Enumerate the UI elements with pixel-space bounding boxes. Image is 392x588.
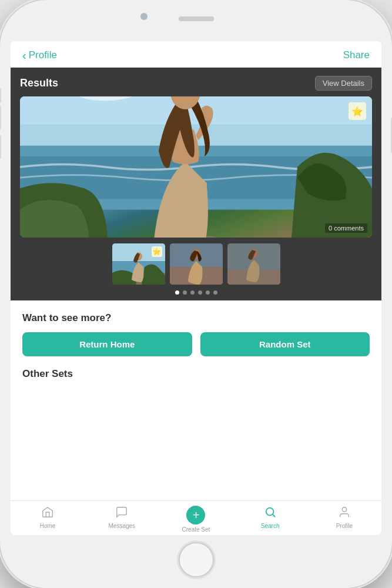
phone-frame: ‹ Profile Share Results View Details: [0, 0, 392, 588]
main-image-container[interactable]: ⭐ 0 comments: [20, 96, 372, 238]
bottom-section: Want to see more? Return Home Random Set…: [11, 300, 381, 500]
tab-messages[interactable]: Messages: [106, 506, 138, 533]
beach-scene-svg: [20, 96, 372, 238]
dot-1[interactable]: [175, 290, 179, 295]
thumb1-star: ⭐: [152, 246, 162, 257]
thumb3-svg: [227, 243, 280, 285]
tab-create-label: Create Set: [182, 526, 210, 533]
want-more-title: Want to see more?: [22, 312, 370, 324]
star-badge: ⭐: [349, 102, 366, 120]
back-button[interactable]: ‹ Profile: [22, 49, 57, 61]
phone-speaker: [179, 16, 214, 21]
back-label: Profile: [29, 49, 57, 61]
svg-point-16: [266, 508, 273, 516]
volume-down-button: [0, 135, 1, 159]
tab-search-label: Search: [261, 523, 280, 529]
main-image: [20, 96, 372, 238]
messages-icon: [115, 506, 128, 521]
thumbnail-strip: ⭐: [11, 243, 381, 285]
home-button[interactable]: [179, 542, 214, 577]
content-area: Results View Details: [11, 68, 381, 500]
mute-button: [0, 88, 1, 103]
tab-home[interactable]: Home: [32, 506, 64, 533]
thumb2-svg: [170, 243, 223, 285]
results-title: Results: [20, 77, 58, 89]
phone-camera: [140, 13, 148, 20]
home-icon: [41, 506, 54, 521]
other-sets-title: Other Sets: [22, 368, 370, 380]
phone-screen: ‹ Profile Share Results View Details: [11, 41, 381, 535]
pagination-dots: [11, 285, 381, 300]
share-button[interactable]: Share: [343, 49, 370, 61]
return-home-button[interactable]: Return Home: [22, 332, 192, 356]
create-set-circle: +: [186, 506, 205, 524]
nav-bar: ‹ Profile Share: [11, 41, 381, 68]
tab-messages-label: Messages: [108, 523, 135, 529]
results-header: Results View Details: [11, 68, 381, 96]
dot-4[interactable]: [198, 290, 202, 295]
dot-6[interactable]: [213, 290, 217, 295]
tab-profile-label: Profile: [336, 523, 353, 529]
chevron-left-icon: ‹: [22, 49, 26, 61]
view-details-button[interactable]: View Details: [315, 76, 372, 91]
comments-badge: 0 comments: [325, 223, 367, 233]
profile-icon: [338, 506, 351, 521]
svg-point-18: [342, 507, 346, 512]
dot-5[interactable]: [206, 290, 210, 295]
search-icon: [264, 506, 277, 521]
svg-line-17: [273, 514, 275, 517]
thumbnail-1[interactable]: ⭐: [112, 243, 165, 285]
thumbnail-2[interactable]: [170, 243, 223, 285]
tab-home-label: Home: [40, 523, 56, 529]
thumbnail-3[interactable]: [227, 243, 280, 285]
tab-profile[interactable]: Profile: [328, 506, 360, 533]
tab-bar: Home Messages + Create Set: [11, 500, 381, 535]
random-set-button[interactable]: Random Set: [200, 332, 370, 356]
dot-3[interactable]: [190, 290, 195, 295]
action-buttons: Return Home Random Set: [22, 332, 370, 356]
volume-up-button: [0, 106, 1, 129]
tab-search[interactable]: Search: [254, 506, 286, 533]
dot-2[interactable]: [183, 290, 187, 295]
tab-create-set[interactable]: + Create Set: [180, 506, 212, 533]
